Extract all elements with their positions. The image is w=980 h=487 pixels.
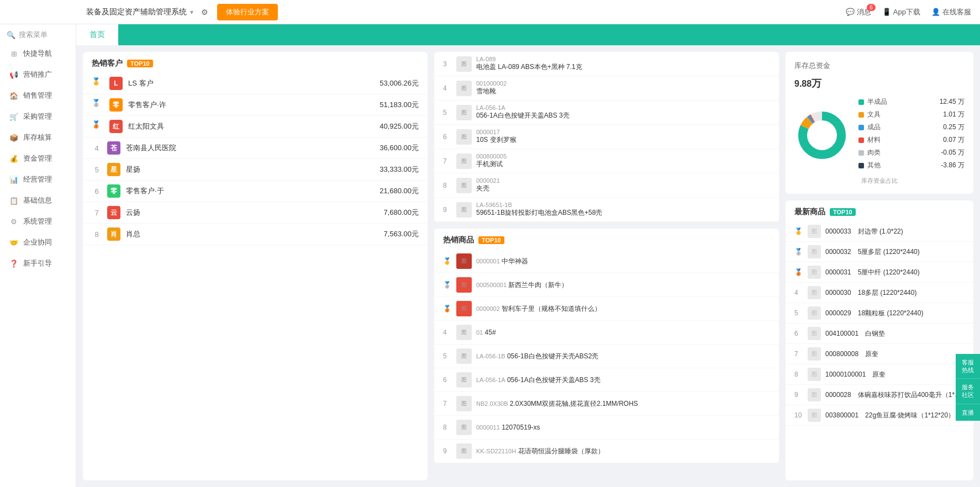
new-rank-number: 4: [794, 289, 803, 297]
legend-value: 1.01 万: [943, 110, 965, 119]
hot-product-item: 8 图 0000011 12070519-xs: [434, 416, 779, 440]
sidebar-item-finance[interactable]: 💰资金管理: [0, 148, 76, 169]
hot-product-name: 45#: [485, 329, 496, 336]
hot-products-card: 热销商品 TOP10 🥇 图 0000001 中华神器 🥈 图 00050000…: [434, 229, 779, 463]
new-product-item: 🥉 图 0000031 5厘中纤 (1220*2440): [786, 262, 973, 283]
float-service-btn[interactable]: 客服热线: [956, 354, 980, 379]
product-thumb: 图: [456, 56, 472, 72]
hot-product-info: 01 45#: [476, 329, 770, 336]
new-product-detail: 0000031 5厘中纤 (1220*2440): [825, 268, 965, 277]
tab-home[interactable]: 首页: [76, 24, 118, 45]
rank-medal: 🥉: [92, 120, 104, 133]
inventory-unit: 万: [812, 78, 821, 89]
recent-product-item: 7 图 000800005 手机测试: [434, 149, 779, 173]
sidebar-item-system[interactable]: ⚙系统管理: [0, 211, 76, 232]
customer-name: LS 客户: [128, 78, 374, 88]
sidebar-icon-basic: 📋: [9, 195, 19, 205]
new-product-item: 10 图 003800001 22g鱼豆腐·烧烤味（1*12*20）: [786, 405, 973, 426]
product-rank: 5: [443, 109, 452, 117]
product-name: 手机测试: [476, 160, 770, 169]
hot-product-name: 智利车子里（规格不知道填什么）: [502, 305, 601, 313]
product-thumb: 图: [456, 129, 472, 145]
online-service-button[interactable]: 👤 在线客服: [931, 7, 971, 17]
sidebar-label-operation: 经营管理: [23, 174, 52, 184]
sidebar-item-inventory[interactable]: 📦库存核算: [0, 127, 76, 148]
app-download-button[interactable]: 📱 App下载: [882, 7, 920, 17]
sidebar-item-operation[interactable]: 📊经营管理: [0, 169, 76, 190]
sidebar-item-quick-nav[interactable]: ⊞快捷导航: [0, 43, 76, 64]
new-rank-medal: 🥉: [794, 268, 803, 276]
new-products-title: 最新商品: [794, 207, 825, 217]
product-rank: 6: [443, 133, 452, 141]
new-product-item: 8 图 10000100001 原奎: [786, 364, 973, 385]
hot-product-name: 新西兰牛肉（新牛）: [508, 281, 568, 289]
new-rank-number: 9: [794, 391, 803, 399]
legend-item: 肉类 -0.05 万: [858, 148, 965, 157]
new-products-header: 最新商品 TOP10: [786, 207, 973, 221]
trial-button[interactable]: 体验行业方案: [217, 4, 278, 20]
hot-rank-number: 6: [443, 376, 452, 384]
settings-icon[interactable]: ⚙: [201, 8, 208, 17]
message-icon: 💬: [846, 8, 855, 16]
new-product-thumb: 图: [808, 347, 821, 361]
donut-chart: [794, 108, 850, 163]
messages-button[interactable]: 💬 消息 6: [846, 7, 871, 17]
float-live-btn[interactable]: 直播: [956, 404, 980, 421]
top-bar: 装备及固定资产辅助管理系统 ▾ ⚙ 体验行业方案 💬 消息 6 📱 App下载 …: [0, 0, 980, 24]
product-code: LA-089: [476, 56, 770, 62]
hot-product-name: 056-1A白色按键开关盖ABS 3壳: [507, 376, 600, 384]
customer-list-item: 7 云 云扬 7,680.00元: [83, 202, 428, 224]
hot-product-thumb: 图: [456, 301, 472, 316]
product-code: LA-59651-1B: [476, 202, 770, 208]
nav-tabs: 首页: [76, 24, 980, 45]
system-selector[interactable]: 装备及固定资产辅助管理系统 ▾ ⚙: [86, 7, 208, 17]
sidebar-item-marketing[interactable]: 📢营销推广: [0, 64, 76, 85]
new-product-detail: 004100001 白钢垫: [825, 329, 965, 338]
hot-product-code: 0000011: [476, 424, 500, 431]
new-rank-medal: 🥈: [794, 248, 803, 256]
product-thumb: 图: [456, 153, 472, 169]
rank-medal: 🥈: [92, 99, 104, 111]
sidebar-search[interactable]: 🔍 搜索菜单: [0, 24, 76, 43]
hot-product-code: LA-056-1B: [476, 353, 505, 359]
sidebar-label-quick-nav: 快捷导航: [23, 49, 52, 59]
new-product-item: 4 图 0000030 18多层 (1220*2440): [786, 283, 973, 303]
sidebar-item-basic[interactable]: 📋基础信息: [0, 190, 76, 211]
product-info: LA-089 电池盖 LA-089 ABS本色+黑种 7.1克: [476, 56, 770, 72]
new-product-detail: 003800001 22g鱼豆腐·烧烤味（1*12*20）: [825, 411, 965, 420]
float-community-btn[interactable]: 服务社区: [956, 379, 980, 404]
new-rank-number: 5: [794, 309, 803, 317]
hot-rank-medal: 🥈: [443, 281, 452, 289]
sidebar-item-sales[interactable]: 🏠销售管理: [0, 85, 76, 106]
hot-product-thumb: 图: [456, 325, 472, 340]
sidebar-icon-enterprise: 🤝: [9, 237, 19, 247]
sidebar-label-purchase: 采购管理: [23, 112, 52, 121]
hot-product-name: 中华神器: [502, 257, 528, 265]
new-product-item: 🥈 图 0000032 5厘多层 (1220*2440): [786, 242, 973, 262]
sidebar-item-guide[interactable]: ❓新手引导: [0, 253, 76, 274]
sidebar-item-enterprise[interactable]: 🤝企业协同: [0, 232, 76, 253]
legend-label: 文具: [867, 110, 940, 119]
new-products-badge: TOP10: [830, 208, 856, 216]
recent-product-item: 5 图 LA-056-1A 056-1A白色按键开关盖ABS 3壳: [434, 100, 779, 125]
hot-product-code: KK-SD22110H: [476, 448, 516, 454]
hot-product-code: 000500001: [476, 282, 507, 288]
sidebar-icon-purchase: 🛒: [9, 112, 19, 121]
new-products-card: 最新商品 TOP10 🥇 图 0000033 封边带 (1.0*22) 🥈 图 …: [786, 200, 973, 480]
hot-product-thumb: 图: [456, 277, 472, 293]
rank-medal: 🥇: [92, 77, 104, 89]
sidebar-label-system: 系统管理: [23, 216, 52, 226]
hot-product-code: NB2.0X30B: [476, 400, 508, 407]
sidebar-item-purchase[interactable]: 🛒采购管理: [0, 106, 76, 127]
legend-item: 其他 -3.86 万: [858, 161, 965, 170]
legend-label: 其他: [867, 161, 937, 170]
customer-avatar: 零: [109, 98, 123, 112]
new-product-detail: 10000100001 原奎: [825, 370, 965, 379]
inventory-amount: 9.88万: [794, 73, 965, 91]
sidebar-label-inventory: 库存核算: [23, 133, 52, 142]
hot-product-item: 4 图 01 45#: [434, 321, 779, 345]
new-product-thumb: 图: [808, 388, 821, 401]
sidebar-label-marketing: 营销推广: [23, 70, 52, 80]
legend-label: 半成品: [867, 97, 936, 107]
right-panel: 库存总资金 9.88万: [786, 52, 973, 480]
